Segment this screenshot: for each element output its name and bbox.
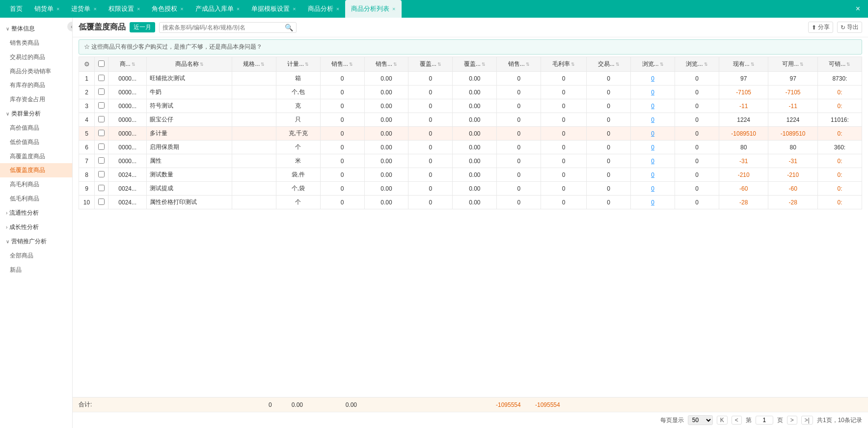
cell-checkbox[interactable] bbox=[95, 113, 108, 127]
cell-checkbox[interactable] bbox=[95, 168, 108, 182]
search-icon[interactable]: 🔍 bbox=[285, 24, 293, 31]
current-page-input[interactable] bbox=[756, 416, 773, 425]
period-button[interactable]: 近一月 bbox=[130, 22, 155, 32]
th-trade[interactable]: 交易...⇅ bbox=[587, 57, 631, 72]
sidebar-item-all-products[interactable]: 全部商品 bbox=[0, 249, 72, 263]
sidebar-item-high-coverage[interactable]: 高覆盖度商品 bbox=[0, 149, 72, 164]
sidebar-item-category-rate[interactable]: 商品分类动销率 bbox=[0, 64, 72, 79]
table-row: 2 0000... 牛奶 个,包 0 0.00 0 0.00 0 0 0 0 0… bbox=[79, 86, 862, 99]
cell-checkbox[interactable] bbox=[95, 127, 108, 141]
close-icon[interactable]: × bbox=[237, 0, 240, 18]
cell-view1-link[interactable]: 0 bbox=[631, 196, 675, 209]
select-all-checkbox[interactable] bbox=[98, 60, 105, 67]
row-checkbox[interactable] bbox=[98, 130, 105, 136]
sidebar-item-traded-products[interactable]: 交易过的商品 bbox=[0, 50, 72, 64]
cell-checkbox[interactable] bbox=[95, 99, 108, 113]
search-input[interactable] bbox=[163, 24, 283, 31]
th-view1[interactable]: 浏览...⇅ bbox=[631, 57, 675, 72]
th-sales-amt[interactable]: 销售...⇅ bbox=[364, 57, 408, 72]
nav-permissions[interactable]: 权限设置 × bbox=[103, 0, 146, 18]
row-checkbox[interactable] bbox=[98, 75, 105, 81]
page-unit: 页 bbox=[777, 416, 783, 425]
sidebar-item-low-coverage[interactable]: 低覆盖度商品 bbox=[0, 163, 72, 177]
nav-template[interactable]: 单据模板设置 × bbox=[245, 0, 301, 18]
row-checkbox[interactable] bbox=[98, 102, 105, 109]
row-checkbox[interactable] bbox=[98, 143, 105, 150]
sidebar-item-high-margin[interactable]: 高毛利商品 bbox=[0, 177, 72, 192]
nav-roles[interactable]: 角色授权 × bbox=[146, 0, 189, 18]
nav-product-analysis-list[interactable]: 商品分析列表 × bbox=[345, 0, 401, 18]
sidebar-group-growth[interactable]: › 成长性分析 bbox=[0, 220, 72, 234]
cell-checkbox[interactable] bbox=[95, 154, 108, 168]
cell-view1-link[interactable]: 0 bbox=[631, 141, 675, 154]
row-checkbox[interactable] bbox=[98, 88, 105, 95]
nav-production[interactable]: 产成品入库单 × bbox=[190, 0, 245, 18]
th-gross-margin[interactable]: 毛利率⇅ bbox=[541, 57, 587, 72]
sidebar-group-marketing[interactable]: ∨ 营销推广分析 bbox=[0, 234, 72, 249]
close-icon[interactable]: × bbox=[336, 0, 339, 18]
cell-view1-link[interactable]: 0 bbox=[631, 154, 675, 168]
sidebar-item-low-margin[interactable]: 低毛利商品 bbox=[0, 192, 72, 206]
sidebar-item-new-products[interactable]: 新品 bbox=[0, 263, 72, 277]
sidebar-item-high-value[interactable]: 高价值商品 bbox=[0, 121, 72, 135]
th-cover2[interactable]: 覆盖...⇅ bbox=[453, 57, 497, 72]
nav-sales[interactable]: 销货单 × bbox=[28, 0, 65, 18]
th-unit[interactable]: 计量...⇅ bbox=[276, 57, 320, 72]
th-sales-qty[interactable]: 销售...⇅ bbox=[320, 57, 364, 72]
sort-icon: ⇅ bbox=[660, 62, 664, 67]
th-stock-sale[interactable]: 可销...⇅ bbox=[817, 57, 862, 72]
th-code[interactable]: 商...⇅ bbox=[108, 57, 147, 72]
th-cover1[interactable]: 覆盖...⇅ bbox=[408, 57, 453, 72]
sidebar-group-overall[interactable]: ∨ 整体信息 bbox=[0, 22, 72, 36]
cell-view1-link[interactable]: 0 bbox=[631, 127, 675, 141]
close-icon[interactable]: × bbox=[56, 0, 59, 18]
last-page-button[interactable]: >| bbox=[801, 416, 813, 425]
window-close-button[interactable]: × bbox=[852, 4, 864, 13]
sidebar-group-liquidity[interactable]: › 流通性分析 bbox=[0, 206, 72, 220]
cell-view1-link[interactable]: 0 bbox=[631, 182, 675, 196]
close-icon[interactable]: × bbox=[180, 0, 183, 18]
first-page-button[interactable]: K bbox=[717, 416, 728, 425]
nav-product-analysis[interactable]: 商品分析 × bbox=[302, 0, 345, 18]
close-icon[interactable]: × bbox=[392, 0, 395, 18]
share-button[interactable]: ⬆ 分享 bbox=[808, 22, 833, 33]
close-icon[interactable]: × bbox=[293, 0, 296, 18]
sidebar-group-cluster[interactable]: ∨ 类群量分析 bbox=[0, 107, 72, 121]
cell-view1-link[interactable]: 0 bbox=[631, 168, 675, 182]
prev-page-button[interactable]: < bbox=[732, 416, 742, 425]
cell-checkbox[interactable] bbox=[95, 182, 108, 196]
close-icon[interactable]: × bbox=[93, 0, 96, 18]
settings-icon[interactable]: ⚙ bbox=[84, 60, 90, 68]
th-settings[interactable]: ⚙ bbox=[79, 57, 95, 72]
cell-view1-link[interactable]: 0 bbox=[631, 72, 675, 86]
cell-checkbox[interactable] bbox=[95, 86, 108, 99]
row-checkbox[interactable] bbox=[98, 185, 105, 191]
th-view2[interactable]: 浏览...⇅ bbox=[675, 57, 719, 72]
row-checkbox[interactable] bbox=[98, 171, 105, 177]
cell-checkbox[interactable] bbox=[95, 141, 108, 154]
cell-view1-link[interactable]: 0 bbox=[631, 113, 675, 127]
cell-view1-link[interactable]: 0 bbox=[631, 99, 675, 113]
cell-checkbox[interactable] bbox=[95, 196, 108, 209]
export-button[interactable]: ↻ 导出 bbox=[837, 22, 862, 33]
row-checkbox[interactable] bbox=[98, 199, 105, 205]
sidebar-item-stocked-products[interactable]: 有库存的商品 bbox=[0, 78, 72, 92]
th-stock-cur[interactable]: 现有...⇅ bbox=[719, 57, 768, 72]
th-sales3[interactable]: 销售...⇅ bbox=[497, 57, 541, 72]
th-checkbox[interactable] bbox=[95, 57, 108, 72]
next-page-button[interactable]: > bbox=[787, 416, 797, 425]
page-size-select[interactable]: 50 20 100 bbox=[688, 415, 713, 425]
sidebar-item-sales-products[interactable]: 销售类商品 bbox=[0, 36, 72, 50]
cell-checkbox[interactable] bbox=[95, 72, 108, 86]
th-spec[interactable]: 规格...⇅ bbox=[232, 57, 276, 72]
cell-view1-link[interactable]: 0 bbox=[631, 86, 675, 99]
sidebar-item-low-value[interactable]: 低价值商品 bbox=[0, 135, 72, 149]
row-checkbox[interactable] bbox=[98, 157, 105, 164]
row-checkbox[interactable] bbox=[98, 116, 105, 122]
close-icon[interactable]: × bbox=[137, 0, 140, 18]
th-stock-avail[interactable]: 可用...⇅ bbox=[768, 57, 817, 72]
nav-purchase[interactable]: 进货单 × bbox=[65, 0, 102, 18]
nav-home[interactable]: 首页 bbox=[4, 0, 28, 18]
sidebar-item-inventory-capital[interactable]: 库存资金占用 bbox=[0, 92, 72, 107]
th-name[interactable]: 商品名称⇅ bbox=[147, 57, 232, 72]
